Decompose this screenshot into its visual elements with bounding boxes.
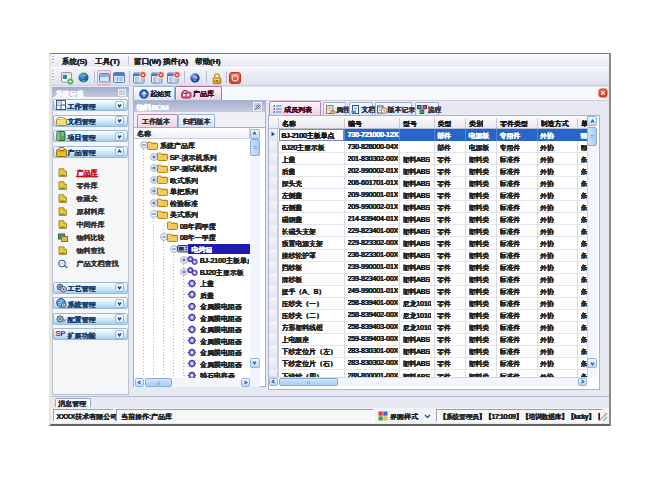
svg-text:?: ? bbox=[192, 73, 197, 82]
